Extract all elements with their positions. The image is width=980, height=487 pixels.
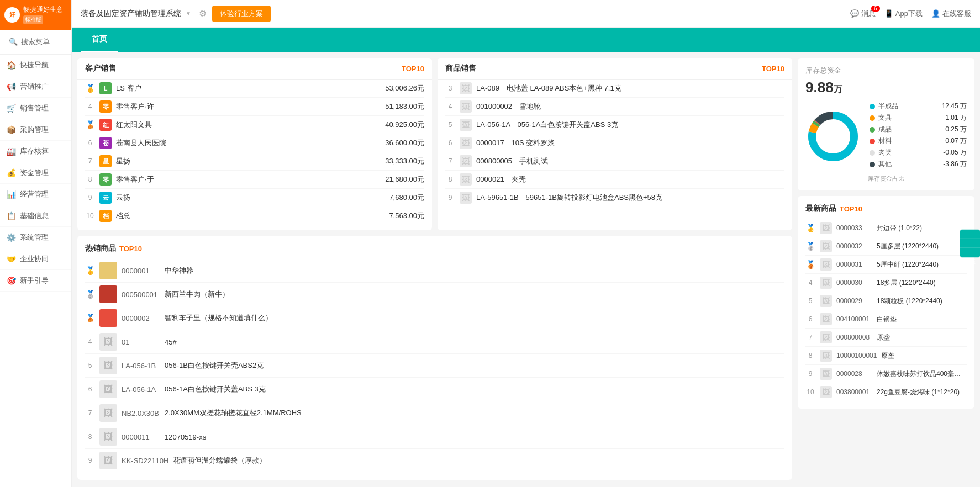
customer-name: LS 客户 xyxy=(116,83,381,93)
medal-icon: 🥉 xyxy=(85,314,95,322)
inventory-icon: 🏭 xyxy=(7,147,15,156)
system-icon: ⚙️ xyxy=(7,233,15,242)
inventory-total-title: 库存总资金 xyxy=(805,66,967,76)
topbar-right: 💬 消息 6 📱 App下载 👤 在线客服 xyxy=(850,9,971,19)
legend-dot xyxy=(870,162,875,167)
message-button[interactable]: 💬 消息 6 xyxy=(850,9,876,19)
product-name: 花语萌但温分蠕罐袋（厚款） xyxy=(173,456,784,465)
inventory-total-card: 库存总资金 9.88万 xyxy=(798,58,974,190)
product-img: 🖼 xyxy=(460,119,472,131)
product-code: 000800008 xyxy=(836,334,872,341)
phone-icon: 📱 xyxy=(884,9,893,18)
avatar: 云 xyxy=(99,192,112,204)
basicinfo-icon: 📋 xyxy=(7,211,15,220)
rank-number: 5 xyxy=(85,362,95,369)
donut-chart-section: 半成品 12.45 万 文具 1.01 万 成品 0.25 万 xyxy=(805,102,967,171)
app-download-label: App下载 xyxy=(895,9,923,19)
rank-number: 4 xyxy=(85,103,95,110)
sidebar-item-sales[interactable]: 🛒 销售管理 xyxy=(0,98,71,119)
product-name: 新西兰牛肉（新牛） xyxy=(165,289,784,299)
inventory-total-value: 9.88万 xyxy=(805,79,967,96)
legend-item: 其他 -3.86 万 xyxy=(870,160,967,169)
sidebar-item-inventory[interactable]: 🏭 库存核算 xyxy=(0,141,71,162)
rank-number: 7 xyxy=(85,409,95,417)
list-item: 10 🖼 003800001 22g鱼豆腐-烧烤味 (1*12*20) xyxy=(805,383,967,401)
rank-number: 6 xyxy=(805,315,815,323)
sidebar-search-section: 🔍 搜索菜单 xyxy=(0,30,71,55)
list-item: 🥉 🖼 0000031 5厘中纤 (1220*2440) xyxy=(805,256,967,274)
avatar: 零 xyxy=(99,100,112,113)
product-code: 0000002 xyxy=(122,314,160,322)
customer-name: 档总 xyxy=(116,211,384,221)
search-menu-button[interactable]: 🔍 搜索菜单 xyxy=(4,34,67,50)
product-name: 原垄 xyxy=(877,333,967,342)
customer-top10-header: 客户销售 TOP10 xyxy=(77,58,432,80)
sidebar-item-operations[interactable]: 📊 经营管理 xyxy=(0,184,71,205)
product-code: 004100001 xyxy=(836,315,872,323)
product-name: 22g鱼豆腐-烧烤味 (1*12*20) xyxy=(877,388,967,397)
app-download-button[interactable]: 📱 App下载 xyxy=(884,9,923,19)
customer-name: 星扬 xyxy=(116,156,381,166)
list-item: 8 零 零售客户·于 21,680.00元 xyxy=(85,171,424,189)
customer-name: 苍南县人民医院 xyxy=(116,138,381,148)
content-left: 客户销售 TOP10 🥇 L LS 客户 53,006.26元 xyxy=(77,58,792,481)
float-btn-hotline[interactable]: 客服热线 xyxy=(960,230,980,239)
product-img: 🖼 xyxy=(820,258,832,271)
sidebar-item-finance[interactable]: 💰 资金管理 xyxy=(0,162,71,184)
float-btn-community[interactable]: 服务社区 xyxy=(960,239,980,248)
legend-dot xyxy=(870,127,875,133)
product-code: NB2.0X30B xyxy=(122,409,160,417)
customer-amount: 7,563.00元 xyxy=(389,211,424,221)
product-thumbnail: 🖼 xyxy=(99,357,117,374)
marketing-icon: 📢 xyxy=(7,82,15,91)
sidebar-item-marketing[interactable]: 📢 营销推广 xyxy=(0,76,71,98)
sidebar-item-purchase[interactable]: 📦 采购管理 xyxy=(0,119,71,141)
rank-number: 8 xyxy=(85,433,95,441)
newuser-icon: 🎯 xyxy=(7,276,15,285)
legend-dot xyxy=(870,150,875,156)
rank-number: 10 xyxy=(85,212,95,220)
online-service-button[interactable]: 👤 在线客服 xyxy=(931,9,971,19)
float-btn-live[interactable]: 直播 xyxy=(960,248,980,258)
product-img: 🖼 xyxy=(820,222,832,234)
system-dropdown-arrow[interactable]: ▼ xyxy=(186,10,191,17)
product-info: 0000021 夹壳 xyxy=(476,174,784,184)
product-name: 12070519-xs xyxy=(165,433,784,441)
legend-dot xyxy=(870,104,875,109)
product-thumbnail xyxy=(99,285,117,303)
purchase-icon: 📦 xyxy=(7,125,15,134)
sidebar-item-basicinfo[interactable]: 📋 基础信息 xyxy=(0,205,71,227)
list-item: 5 🖼 0000029 18颗粒板 (1220*2440) xyxy=(805,292,967,310)
message-icon: 💬 xyxy=(850,9,859,18)
sidebar-item-quicknav[interactable]: 🏠 快捷导航 xyxy=(0,55,71,76)
product-name: 封边带 (1.0*22) xyxy=(877,224,967,233)
sidebar-item-newuser[interactable]: 🎯 新手引导 xyxy=(0,270,71,292)
sidebar-item-system[interactable]: ⚙️ 系统管理 xyxy=(0,227,71,248)
list-item: 7 星 星扬 33,333.00元 xyxy=(85,152,424,171)
product-info: LA-59651-1B 59651-1B旋转投影灯电池盒ABS黑色+58克 xyxy=(476,193,784,203)
list-item: 9 🖼 LA-59651-1B 59651-1B旋转投影灯电池盒ABS黑色+58… xyxy=(445,189,784,207)
rank-number: 6 xyxy=(445,139,455,147)
try-plan-button[interactable]: 体验行业方案 xyxy=(212,6,271,22)
list-item: 🥈 000500001 新西兰牛肉（新牛） xyxy=(85,283,784,306)
customer-list: 🥇 L LS 客户 53,006.26元 4 零 零售客户·许 51,183.0… xyxy=(85,80,424,225)
list-item: 6 苍 苍南县人民医院 36,600.00元 xyxy=(85,134,424,152)
product-img: 🖼 xyxy=(820,295,832,307)
legend-item: 半成品 12.45 万 xyxy=(870,102,967,111)
product-code: LA-056-1B xyxy=(122,362,160,370)
product-name: 2.0X30MM双搓花轴搓花直径2.1MM/ROHS xyxy=(165,408,784,418)
tab-home[interactable]: 首页 xyxy=(81,28,118,52)
sidebar-item-collab[interactable]: 🤝 企业协同 xyxy=(0,248,71,270)
avatar: 零 xyxy=(99,173,112,186)
product-code: 01 xyxy=(122,338,160,346)
legend-item: 肉类 -0.05 万 xyxy=(870,148,967,157)
list-item: 5 🖼 LA-056-1B 056-1B白色按键开关壳ABS2克 xyxy=(85,354,784,378)
product-img: 🖼 xyxy=(460,192,472,204)
gear-icon[interactable]: ⚙ xyxy=(199,8,207,19)
content-right: 库存总资金 9.88万 xyxy=(798,58,974,481)
sidebar-item-label: 系统管理 xyxy=(20,232,49,242)
customer-name: 零售客户·于 xyxy=(116,174,381,184)
sidebar-item-label: 销售管理 xyxy=(20,103,49,113)
online-service-label: 在线客服 xyxy=(942,9,971,19)
product-img: 🖼 xyxy=(820,386,832,398)
